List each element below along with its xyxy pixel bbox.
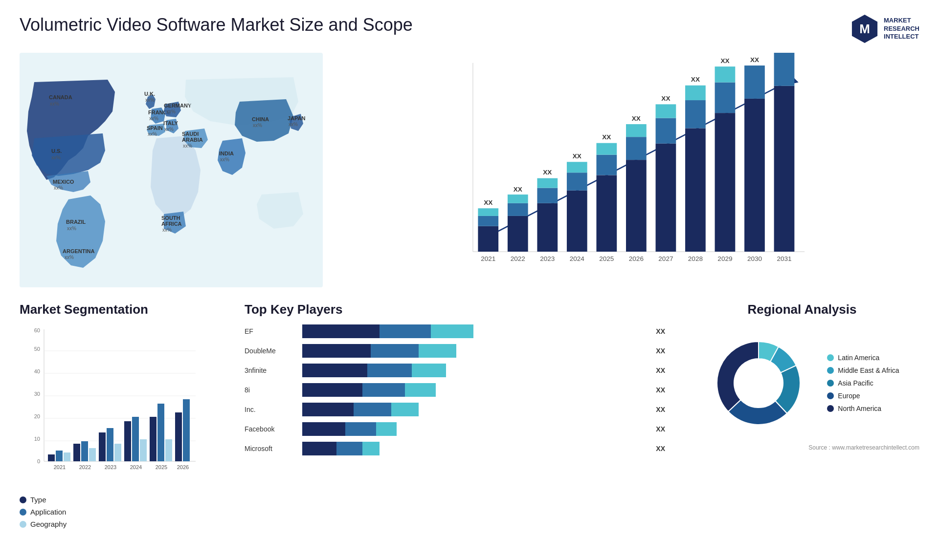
svg-rect-34 [567, 191, 587, 252]
svg-rect-36 [567, 162, 587, 172]
bar-seg3 [391, 403, 419, 416]
svg-text:xx%: xx% [50, 101, 59, 107]
south-africa-label: SOUTH [161, 215, 180, 221]
japan-label: JAPAN [288, 115, 306, 121]
world-map-svg: CANADA xx% U.S. xx% MEXICO xx% BRAZIL xx… [20, 53, 323, 287]
bar-seg3 [362, 442, 380, 455]
donut-legend-label: North America [838, 405, 881, 412]
svg-text:XX: XX [691, 76, 700, 83]
donut-legend-item: Latin America [827, 354, 899, 362]
svg-rect-90 [56, 451, 63, 461]
svg-rect-58 [744, 99, 765, 252]
svg-rect-32 [537, 178, 558, 188]
segmentation-section: Market Segmentation 0 10 20 30 40 50 60 [20, 302, 225, 528]
svg-text:2022: 2022 [511, 255, 525, 262]
svg-text:2026: 2026 [177, 464, 189, 470]
svg-rect-109 [175, 412, 182, 461]
italy-label: ITALY [163, 120, 179, 126]
player-bar-wrap [302, 344, 649, 358]
svg-rect-22 [478, 226, 498, 252]
svg-text:xx%: xx% [149, 116, 158, 121]
svg-rect-56 [715, 66, 736, 82]
germany-label: GERMANY [164, 103, 192, 108]
geography-dot [20, 521, 26, 528]
regional-section: Regional Analysis Latin AmericaMiddle Ea… [685, 302, 919, 528]
donut-legend-item: Asia Pacific [827, 379, 899, 387]
bar-seg3 [376, 422, 397, 436]
bar-seg1 [302, 364, 367, 377]
svg-rect-31 [537, 188, 558, 203]
svg-rect-39 [596, 155, 617, 175]
player-bar-wrap [302, 364, 649, 377]
bar-seg1 [302, 383, 362, 397]
svg-text:xx%: xx% [183, 143, 192, 149]
legend-geography: Geography [20, 520, 225, 528]
player-name: EF [245, 327, 298, 335]
svg-rect-102 [132, 417, 139, 461]
svg-rect-51 [685, 100, 706, 128]
svg-text:XX: XX [750, 56, 759, 64]
svg-rect-106 [157, 404, 164, 461]
svg-text:2024: 2024 [570, 255, 585, 262]
svg-rect-40 [596, 143, 617, 155]
player-row: FacebookXX [245, 422, 665, 436]
player-bar-wrap [302, 324, 649, 338]
logo-icon: M [850, 15, 879, 43]
growth-chart-section: XX XX XX XX XX XX [333, 53, 919, 287]
svg-rect-28 [508, 194, 528, 203]
china-label: CHINA [252, 116, 269, 122]
player-xx-label: XX [656, 445, 665, 452]
svg-text:XX: XX [543, 169, 552, 176]
donut-legend-item: North America [827, 405, 899, 412]
svg-text:2025: 2025 [599, 255, 614, 262]
svg-rect-23 [478, 216, 498, 226]
bar-seg2 [336, 442, 362, 455]
player-bar [302, 383, 649, 397]
svg-text:2030: 2030 [747, 255, 762, 262]
bar-seg1 [302, 442, 336, 455]
player-bar-wrap [302, 442, 649, 455]
player-name: 3nfinite [245, 366, 298, 374]
player-name: DoubleMe [245, 347, 298, 355]
page-header: Volumetric Video Software Market Size an… [20, 15, 919, 43]
player-name: Inc. [245, 406, 298, 413]
svg-rect-30 [537, 203, 558, 252]
svg-rect-103 [140, 439, 147, 461]
player-xx-label: XX [656, 366, 665, 374]
svg-rect-27 [508, 203, 528, 216]
donut-legend-label: Latin America [838, 354, 879, 362]
saudi-label: SAUDI [182, 131, 199, 137]
svg-text:2022: 2022 [79, 464, 91, 470]
svg-text:AFRICA: AFRICA [161, 221, 182, 227]
india-label: INDIA [219, 151, 234, 156]
donut-legend-dot [827, 367, 834, 374]
svg-rect-54 [715, 113, 736, 252]
brazil-label: BRAZIL [66, 219, 86, 225]
bar-seg2 [362, 383, 405, 397]
svg-text:2023: 2023 [540, 255, 555, 262]
svg-rect-99 [114, 444, 121, 461]
svg-rect-62 [774, 53, 795, 86]
donut-chart [705, 329, 812, 437]
svg-text:XX: XX [484, 199, 492, 206]
svg-rect-93 [73, 444, 80, 461]
bar-seg1 [302, 403, 354, 416]
players-title: Top Key Players [245, 302, 665, 317]
bar-seg3 [405, 383, 436, 397]
svg-rect-61 [774, 86, 795, 252]
svg-rect-38 [596, 175, 617, 252]
svg-text:XX: XX [661, 95, 670, 102]
player-bar [302, 422, 649, 436]
svg-rect-52 [685, 86, 706, 100]
bar-seg3 [431, 324, 474, 338]
svg-text:0: 0 [37, 458, 40, 464]
svg-text:30: 30 [34, 391, 40, 397]
svg-text:XX: XX [602, 133, 611, 141]
svg-rect-105 [150, 417, 156, 461]
logo-area: M MARKET RESEARCH INTELLECT [850, 15, 919, 43]
svg-text:2025: 2025 [156, 464, 167, 470]
svg-rect-26 [508, 216, 528, 252]
svg-rect-46 [656, 144, 676, 252]
player-bar-wrap [302, 383, 649, 397]
svg-text:xx%: xx% [67, 226, 76, 231]
